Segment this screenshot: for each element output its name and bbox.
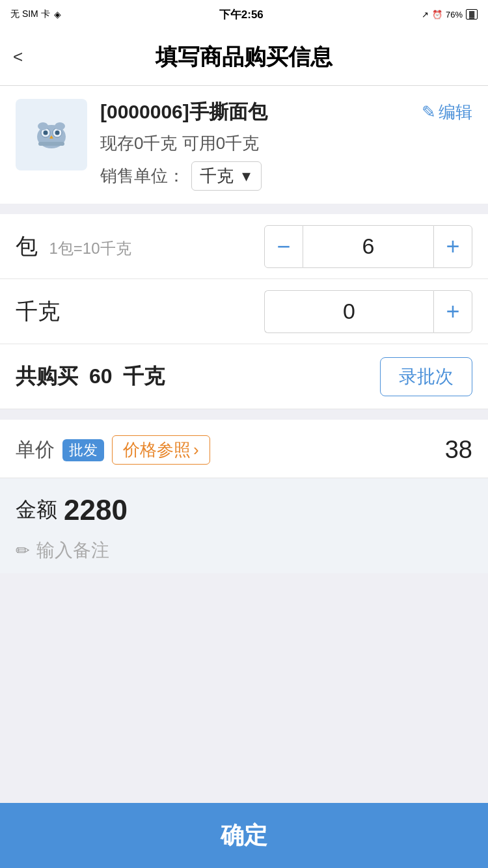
amount-label: 金额 [16, 496, 57, 524]
pencil-icon: ✏ [16, 541, 30, 561]
unit-label: 销售单位： [100, 165, 185, 187]
total-row: 共购买 60 千克 录批次 [0, 344, 488, 409]
svg-point-8 [55, 122, 65, 130]
product-unit-row: 销售单位： 千克 ▾ [100, 161, 472, 191]
back-button[interactable]: < [13, 47, 23, 67]
remark-input[interactable]: 输入备注 [36, 538, 109, 563]
status-left: 无 SIM 卡 ◈ [10, 8, 61, 20]
status-bar: 无 SIM 卡 ◈ 下午2:56 ↗ ⏰ 76% ▓ [0, 0, 488, 29]
remark-row[interactable]: ✏ 输入备注 [16, 538, 472, 563]
amount-section: 金额 2280 ✏ 输入备注 [0, 478, 488, 573]
status-right: ↗ ⏰ 76% ▓ [422, 9, 478, 20]
wifi-icon: ◈ [54, 9, 61, 20]
kilogram-qty-control: + [264, 290, 472, 333]
price-section: 单价 批发 价格参照 › 38 [0, 420, 488, 478]
battery-text: 76% [446, 10, 463, 20]
edit-button[interactable]: ✎ 编辑 [422, 101, 472, 124]
dropdown-arrow-icon: ▾ [242, 166, 251, 185]
plus-icon: + [446, 233, 459, 260]
gray-fill-area [0, 573, 488, 834]
kilogram-label: 千克 [16, 297, 264, 327]
package-label: 包 1包=10千克 [16, 232, 264, 262]
owl-logo-icon [29, 117, 74, 153]
price-value: 38 [445, 436, 472, 464]
alarm-icon: ⏰ [432, 10, 442, 20]
kilogram-row: 千克 + [0, 279, 488, 344]
no-sim-text: 无 SIM 卡 [10, 8, 50, 20]
section-divider-1 [0, 409, 488, 420]
package-qty-input[interactable] [303, 225, 433, 268]
unit-dropdown[interactable]: 千克 ▾ [191, 161, 262, 191]
status-time: 下午2:56 [219, 7, 264, 22]
price-label: 单价 [16, 437, 55, 463]
batch-badge: 批发 [62, 439, 104, 461]
package-row: 包 1包=10千克 − + [0, 214, 488, 279]
amount-value: 2280 [64, 494, 128, 526]
product-section: [0000006]手撕面包 ✎ 编辑 现存0千克 可用0千克 销售单位： 千克 … [0, 86, 488, 204]
plus-icon-kg: + [446, 298, 459, 325]
svg-point-3 [44, 130, 48, 135]
total-amount: 60 [89, 364, 113, 388]
product-thumbnail [16, 99, 87, 170]
record-batch-button[interactable]: 录批次 [380, 357, 472, 396]
page-title: 填写商品购买信息 [156, 42, 332, 72]
chevron-right-icon: › [193, 440, 199, 460]
nav-bar: < 填写商品购买信息 [0, 29, 488, 86]
kilogram-plus-button[interactable]: + [433, 290, 472, 333]
edit-icon: ✎ [422, 102, 436, 122]
package-qty-control: − + [264, 225, 472, 268]
svg-rect-6 [38, 142, 64, 146]
product-info: [0000006]手撕面包 ✎ 编辑 现存0千克 可用0千克 销售单位： 千克 … [100, 99, 472, 191]
package-sublabel: 1包=10千克 [49, 239, 131, 257]
svg-point-7 [38, 122, 48, 130]
product-stock: 现存0千克 可用0千克 [100, 132, 472, 155]
total-text: 共购买 60 千克 [16, 362, 165, 391]
product-name: [0000006]手撕面包 [100, 99, 267, 126]
minus-icon: − [277, 233, 290, 260]
back-icon: < [13, 47, 23, 66]
price-label-group: 单价 批发 价格参照 › [16, 435, 210, 465]
package-minus-button[interactable]: − [264, 225, 303, 268]
confirm-button[interactable]: 确定 [0, 803, 488, 868]
svg-point-4 [55, 130, 60, 135]
battery-icon: ▓ [466, 9, 478, 20]
quantity-section: 包 1包=10千克 − + 千克 + 共购买 60 千克 录批次 [0, 214, 488, 409]
amount-row: 金额 2280 [16, 494, 472, 526]
package-plus-button[interactable]: + [433, 225, 472, 268]
kilogram-qty-input[interactable] [264, 290, 433, 333]
price-row: 单价 批发 价格参照 › 38 [16, 435, 472, 465]
price-reference-button[interactable]: 价格参照 › [112, 435, 210, 465]
location-icon: ↗ [422, 10, 429, 20]
